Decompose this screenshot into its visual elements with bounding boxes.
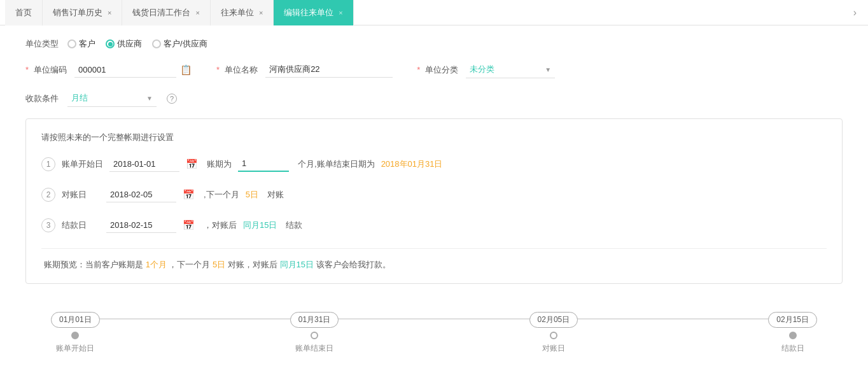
timeline-container: 01月01日 账单开始日 01月31日 账单结束日 02月05日 对账日 02月… xyxy=(25,299,843,360)
step-1-row: 1 账单开始日 📅 账期为 个月,账单结束日期为 2018年01月31日 xyxy=(41,156,827,172)
unit-type-row: 单位类型 客户 供应商 客户/供应商 xyxy=(25,38,843,50)
step-3-desc1: ，对账后 xyxy=(204,220,237,231)
preview-2: 5日 xyxy=(213,260,225,269)
payment-terms-arrow: ▼ xyxy=(146,95,153,102)
unit-type-radio-group: 客户 供应商 客户/供应商 xyxy=(67,38,207,50)
close-tab-cash-work[interactable]: × xyxy=(195,9,199,17)
payment-terms-value: 月结 xyxy=(71,92,143,104)
step-2-highlight1: 5日 xyxy=(246,189,258,201)
step-1-period-label: 账期为 xyxy=(207,158,232,170)
step-3-num: 3 xyxy=(41,218,55,232)
divider xyxy=(41,248,827,249)
step-3-row: 3 结款日 📅 ，对账后 同月15日 结款 xyxy=(41,218,827,233)
step-2-calendar-icon[interactable]: 📅 xyxy=(183,189,195,201)
step-1-end-date: 2018年01月31日 xyxy=(381,158,443,170)
step-2-desc2: 对账 xyxy=(267,189,284,201)
tab-home[interactable]: 首页 xyxy=(5,0,43,25)
copy-icon[interactable]: 📋 xyxy=(180,64,192,76)
unit-category-value: 未分类 xyxy=(470,64,541,75)
radio-label-supplier: 供应商 xyxy=(117,38,142,50)
step-2-date-input[interactable] xyxy=(106,187,176,202)
step-2-label: 对账日 xyxy=(62,189,100,201)
step-3-label: 结款日 xyxy=(62,220,100,231)
unit-name-input[interactable] xyxy=(265,62,393,78)
unit-category-select[interactable]: 未分类 ▼ xyxy=(466,61,555,78)
step-3-highlight1: 同月15日 xyxy=(243,220,277,231)
timeline-pill-1: 01月31日 xyxy=(290,312,339,328)
timeline-sublabel-1: 账单结束日 xyxy=(295,343,333,354)
unit-name-group: * 单位名称 xyxy=(216,62,393,78)
unit-name-label: 单位名称 xyxy=(225,64,258,76)
unit-info-row: * 单位编码 📋 * 单位名称 * 单位分类 未分类 ▼ xyxy=(25,61,843,78)
close-tab-edit-partner[interactable]: × xyxy=(339,9,342,17)
timeline-dot-2 xyxy=(550,332,557,339)
step-3-date-input[interactable] xyxy=(106,218,176,233)
unit-category-group: * 单位分类 未分类 ▼ xyxy=(417,61,555,78)
unit-code-input[interactable] xyxy=(74,62,176,78)
step-3-desc2: 结款 xyxy=(286,220,302,231)
step-1-period-unit: 个月,账单结束日期为 xyxy=(298,158,375,170)
timeline-pill-0: 01月01日 xyxy=(51,312,100,328)
step-1-calendar-icon[interactable]: 📅 xyxy=(186,158,198,170)
step-1-date-input[interactable] xyxy=(109,157,179,172)
preview-text: 账期预览：当前客户账期是 1个月 ，下一个月 5日 对账，对账后 同月15日 该… xyxy=(41,259,827,271)
timeline-point-3: 02月15日 结款日 xyxy=(768,312,817,354)
required-star-code: * xyxy=(25,65,29,74)
unit-category-arrow: ▼ xyxy=(545,66,551,73)
timeline-sublabel-2: 对账日 xyxy=(542,343,565,354)
page-content: 单位类型 客户 供应商 客户/供应商 * 单位编码 📋 * 单位名称 xyxy=(0,25,868,387)
close-tab-sales-history[interactable]: × xyxy=(108,9,111,17)
step-1-label: 账单开始日 xyxy=(62,158,103,170)
required-star-category: * xyxy=(417,65,420,74)
unit-code-group: * 单位编码 📋 xyxy=(25,62,192,78)
section-title: 请按照未来的一个完整帐期进行设置 xyxy=(41,132,827,143)
unit-code-label: 单位编码 xyxy=(34,64,67,76)
step-3-calendar-icon[interactable]: 📅 xyxy=(183,220,195,231)
payment-terms-label: 收款条件 xyxy=(25,93,59,104)
radio-label-customer-supplier: 客户/供应商 xyxy=(164,38,207,50)
preview-3: 同月15日 xyxy=(280,260,314,269)
preview-1: 1个月 xyxy=(146,260,167,269)
timeline-dot-0 xyxy=(71,332,79,339)
required-star-name: * xyxy=(216,65,220,74)
timeline-sublabel-3: 结款日 xyxy=(781,343,804,354)
tabs-overflow-arrow[interactable]: › xyxy=(847,7,863,18)
radio-circle-customer xyxy=(67,39,76,48)
timeline-dot-1 xyxy=(311,332,318,339)
step-2-num: 2 xyxy=(41,188,55,202)
preview-sep1: ，下一个月 xyxy=(169,260,210,269)
radio-customer-supplier[interactable]: 客户/供应商 xyxy=(152,38,207,50)
help-icon[interactable]: ? xyxy=(167,94,177,104)
tab-partner[interactable]: 往来单位 × xyxy=(211,0,274,25)
preview-end: 该客户会给我打款。 xyxy=(316,260,391,269)
radio-supplier[interactable]: 供应商 xyxy=(106,38,142,50)
tab-sales-history[interactable]: 销售订单历史 × xyxy=(43,0,122,25)
unit-category-label: 单位分类 xyxy=(425,64,458,76)
preview-label: 账期预览：当前客户账期是 xyxy=(44,260,143,269)
radio-customer[interactable]: 客户 xyxy=(67,38,95,50)
step-2-desc1: ,下一个月 xyxy=(204,189,239,201)
payment-terms-row: 收款条件 月结 ▼ ? xyxy=(25,90,843,107)
timeline-point-1: 01月31日 账单结束日 xyxy=(290,312,339,354)
step-2-row: 2 对账日 📅 ,下一个月 5日 对账 xyxy=(41,187,827,202)
timeline-points: 01月01日 账单开始日 01月31日 账单结束日 02月05日 对账日 02月… xyxy=(51,312,817,354)
close-tab-partner[interactable]: × xyxy=(259,9,263,17)
timeline-dot-3 xyxy=(789,332,797,339)
period-section: 请按照未来的一个完整帐期进行设置 1 账单开始日 📅 账期为 个月,账单结束日期… xyxy=(25,118,843,284)
tabs-bar: 首页 销售订单历史 × 钱货日清工作台 × 往来单位 × 编辑往来单位 × › xyxy=(0,0,868,25)
radio-circle-supplier xyxy=(106,39,115,48)
payment-terms-select[interactable]: 月结 ▼ xyxy=(67,90,157,107)
timeline-pill-2: 02月05日 xyxy=(529,312,578,328)
timeline-point-0: 01月01日 账单开始日 xyxy=(51,312,100,354)
step-1-num: 1 xyxy=(41,157,55,171)
radio-circle-customer-supplier xyxy=(152,39,161,48)
timeline-pill-3: 02月15日 xyxy=(768,312,817,328)
timeline-point-2: 02月05日 对账日 xyxy=(529,312,578,354)
radio-label-customer: 客户 xyxy=(79,38,95,50)
tab-edit-partner[interactable]: 编辑往来单位 × xyxy=(274,0,353,25)
step-1-period-input[interactable] xyxy=(238,156,289,172)
tab-cash-work[interactable]: 钱货日清工作台 × xyxy=(122,0,210,25)
timeline-sublabel-0: 账单开始日 xyxy=(56,343,94,354)
unit-type-label: 单位类型 xyxy=(25,38,59,50)
preview-sep2: 对账，对账后 xyxy=(228,260,277,269)
